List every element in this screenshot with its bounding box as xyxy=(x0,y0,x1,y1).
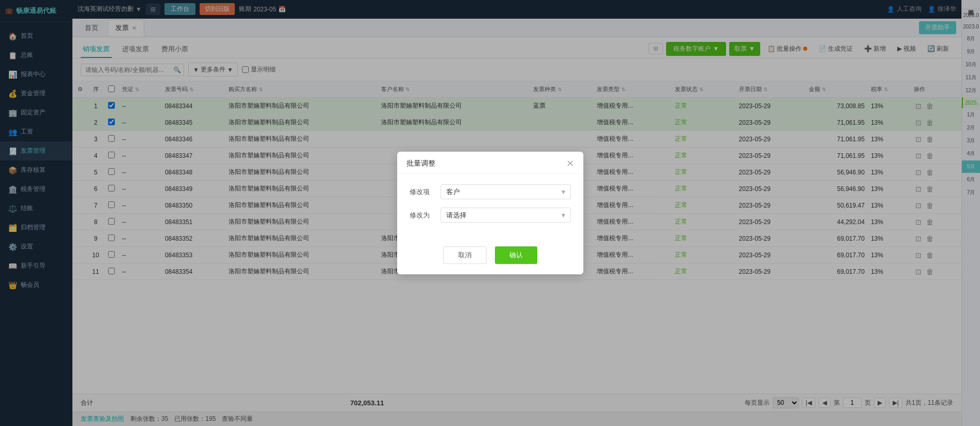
modal-confirm-btn[interactable]: 确认 xyxy=(495,246,537,264)
modal-title: 批量调整 xyxy=(406,159,435,168)
modal-field-label: 修改项 xyxy=(410,187,441,197)
modal-footer: 取消 确认 xyxy=(397,241,583,274)
modal-body: 修改项 客户 购买方名称 发票种类 ▼ 修改为 请选择 ▼ xyxy=(397,174,583,241)
modal-field-select[interactable]: 客户 购买方名称 发票种类 xyxy=(441,184,571,199)
modal-value-row: 修改为 请选择 ▼ xyxy=(410,208,571,223)
modal-close-btn[interactable]: ✕ xyxy=(566,159,574,168)
modal-cancel-btn[interactable]: 取消 xyxy=(443,246,487,264)
modal-overlay[interactable]: 批量调整 ✕ 修改项 客户 购买方名称 发票种类 ▼ 修改为 xyxy=(0,0,980,426)
modal-field-row: 修改项 客户 购买方名称 发票种类 ▼ xyxy=(410,184,571,199)
modal-value-select-wrap: 请选择 ▼ xyxy=(441,208,571,223)
modal-field-select-wrap: 客户 购买方名称 发票种类 ▼ xyxy=(441,184,571,199)
modal-value-label: 修改为 xyxy=(410,211,441,220)
batch-adjust-modal: 批量调整 ✕ 修改项 客户 购买方名称 发票种类 ▼ 修改为 xyxy=(397,152,583,274)
modal-value-select[interactable]: 请选择 xyxy=(441,208,571,223)
modal-header: 批量调整 ✕ xyxy=(397,152,583,174)
